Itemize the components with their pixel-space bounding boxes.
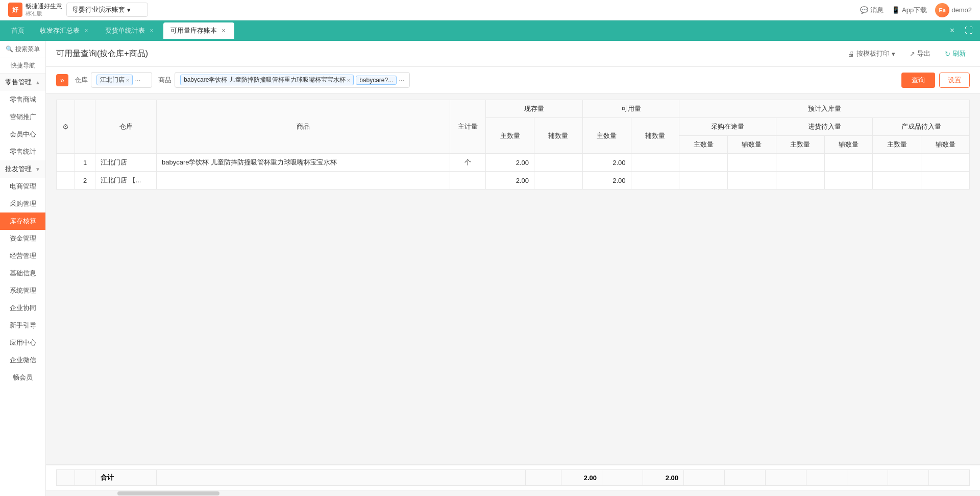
tab-order-stats[interactable]: 要货单统计表 ×: [98, 22, 162, 39]
warehouse-more-icon[interactable]: ···: [135, 76, 140, 84]
gear-icon[interactable]: ⚙: [62, 123, 69, 131]
sidebar-item-operation[interactable]: 经营管理: [0, 247, 45, 265]
sidebar-quick-nav-label: 快捷导航: [11, 62, 35, 69]
tab-maximize-btn[interactable]: ⛶: [962, 25, 976, 36]
user-menu[interactable]: Ea demo2: [935, 3, 972, 17]
row-available-aux-0: [631, 154, 679, 172]
sidebar-item-system[interactable]: 系统管理: [0, 282, 45, 299]
row-warehouse-0: 江北门店: [95, 154, 157, 172]
search-icon: 🔍: [6, 45, 13, 53]
scroll-thumb[interactable]: [117, 491, 219, 495]
chevron-down-icon-wholesale: ▼: [35, 167, 40, 172]
message-icon: 💬: [860, 6, 868, 14]
tab-receipt-summary-label: 收发存汇总表: [40, 26, 80, 35]
content-area: 可用量查询(按仓库+商品) 🖨 按模板打印 ▾ ↗ 导出 ↻ 刷新: [46, 41, 980, 496]
tab-close-all-btn[interactable]: ×: [947, 25, 958, 36]
sidebar-item-member[interactable]: 畅会员: [0, 369, 45, 386]
th-pending-arrival-group: 进货待入量: [776, 118, 873, 136]
warehouse-filter: 仓库 江北门店 × ···: [75, 72, 152, 88]
sidebar-item-inventory[interactable]: 库存核算: [0, 212, 45, 230]
sidebar-item-members-label: 会员中心: [10, 130, 36, 138]
sidebar-item-retail[interactable]: 零售管理 ▲: [0, 74, 45, 91]
sidebar-item-newguide[interactable]: 新手引导: [0, 317, 45, 334]
row-pending-main-0: [776, 154, 824, 172]
th-purchase-aux: 辅数量: [728, 136, 776, 154]
row-unit-0: 个: [450, 154, 486, 172]
product-tag1: babycare学饮杯 儿童防摔防撞吸管杯重力球吸嘴杯宝宝水杯 ×: [180, 75, 354, 85]
product-filter: 商品 babycare学饮杯 儿童防摔防撞吸管杯重力球吸嘴杯宝宝水杯 × bab…: [158, 72, 410, 88]
warehouse-tag: 江北门店 ×: [96, 75, 133, 85]
sidebar-quick-nav[interactable]: 快捷导航: [0, 58, 45, 74]
sidebar-item-basic[interactable]: 基础信息: [0, 265, 45, 282]
sidebar-item-retail-stats[interactable]: 零售统计: [0, 143, 45, 160]
sidebar-item-marketing-label: 营销推广: [10, 113, 36, 121]
sidebar-item-purchase[interactable]: 采购管理: [0, 195, 45, 212]
industry-select[interactable]: 母婴行业演示账套 ▾: [66, 3, 148, 17]
sidebar-item-wechat[interactable]: 企业微信: [0, 351, 45, 369]
sidebar-item-inventory-label: 库存核算: [10, 217, 36, 225]
print-btn[interactable]: 🖨 按模板打印 ▾: [844, 47, 899, 60]
row-product-1: [157, 172, 450, 190]
sidebar-item-wechat-label: 企业微信: [10, 356, 36, 364]
settings-btn[interactable]: 设置: [939, 73, 970, 88]
product-more-icon[interactable]: ···: [399, 76, 404, 84]
export-btn[interactable]: ↗ 导出: [905, 47, 935, 60]
sidebar-item-members[interactable]: 会员中心: [0, 126, 45, 143]
row-current-main-0: 2.00: [486, 154, 534, 172]
app-download-btn[interactable]: 📱 App下载: [892, 6, 927, 15]
product-tag2-text: babycare?...: [359, 77, 393, 84]
tab-receipt-summary[interactable]: 收发存汇总表 ×: [33, 22, 97, 39]
th-warehouse: 仓库: [95, 100, 157, 154]
th-current-stock-group: 现存量: [486, 100, 583, 118]
th-settings[interactable]: ⚙: [57, 100, 75, 154]
sidebar-item-operation-label: 经营管理: [10, 252, 36, 259]
sidebar-item-finance[interactable]: 资金管理: [0, 230, 45, 247]
bottom-scrollbar[interactable]: [46, 490, 980, 496]
warehouse-input[interactable]: 江北门店 × ···: [91, 72, 152, 88]
sidebar-item-enterprise[interactable]: 企业协同: [0, 299, 45, 317]
th-product: 商品: [157, 100, 450, 154]
product-tag1-remove[interactable]: ×: [347, 77, 350, 83]
filter-expand-btn[interactable]: »: [56, 74, 68, 86]
row-product-aux-0: [921, 154, 970, 172]
sidebar-item-finance-label: 资金管理: [10, 234, 36, 242]
sidebar-item-ecommerce[interactable]: 电商管理: [0, 178, 45, 195]
industry-select-label: 母婴行业演示账套: [72, 5, 125, 14]
tab-available-inventory-label: 可用量库存账本: [170, 26, 217, 35]
product-input[interactable]: babycare学饮杯 儿童防摔防撞吸管杯重力球吸嘴杯宝宝水杯 × babyca…: [175, 72, 410, 88]
tab-home[interactable]: 首页: [4, 22, 32, 39]
sidebar-search[interactable]: 🔍 搜索菜单: [0, 41, 45, 58]
message-btn[interactable]: 💬 消息: [860, 6, 884, 15]
sidebar-item-ecommerce-label: 电商管理: [10, 182, 36, 190]
tab-available-inventory[interactable]: 可用量库存账本 ×: [163, 22, 234, 39]
warehouse-tag-remove[interactable]: ×: [126, 77, 129, 83]
sidebar-item-retail-stats-label: 零售统计: [10, 148, 36, 155]
sidebar-item-appcenter[interactable]: 应用中心: [0, 334, 45, 351]
data-table: ⚙ 仓库 商品 主计量 现存量: [56, 100, 970, 190]
th-current-main: 主数量: [486, 118, 534, 154]
filter-actions: 查询 设置: [901, 73, 970, 88]
sidebar-item-marketing[interactable]: 营销推广: [0, 108, 45, 126]
sidebar-item-purchase-label: 采购管理: [10, 200, 36, 207]
row-current-aux-1: [534, 172, 582, 190]
tab-available-inventory-close[interactable]: ×: [220, 27, 227, 34]
refresh-label: 刷新: [952, 49, 966, 58]
refresh-btn[interactable]: ↻ 刷新: [941, 47, 970, 60]
row-current-aux-0: [534, 154, 582, 172]
tab-order-stats-close[interactable]: ×: [148, 27, 155, 34]
row-settings-0: [57, 154, 75, 172]
app-download-label: App下载: [902, 6, 927, 15]
row-available-main-0: 2.00: [582, 154, 631, 172]
logo-icon: 好: [8, 3, 22, 17]
sidebar-item-wholesale[interactable]: 批发管理 ▼: [0, 160, 45, 178]
row-product-aux-1: [921, 172, 970, 190]
page-actions: 🖨 按模板打印 ▾ ↗ 导出 ↻ 刷新: [844, 47, 970, 60]
th-current-aux: 辅数量: [534, 118, 582, 154]
row-product-main-0: [873, 154, 921, 172]
top-bar-right: 💬 消息 📱 App下载 Ea demo2: [860, 3, 972, 17]
tab-receipt-summary-close[interactable]: ×: [83, 27, 90, 34]
query-btn[interactable]: 查询: [901, 73, 935, 88]
sidebar-item-retail-mall[interactable]: 零售商城: [0, 91, 45, 108]
row-available-main-1: 2.00: [582, 172, 631, 190]
th-pending-aux: 辅数量: [824, 136, 873, 154]
